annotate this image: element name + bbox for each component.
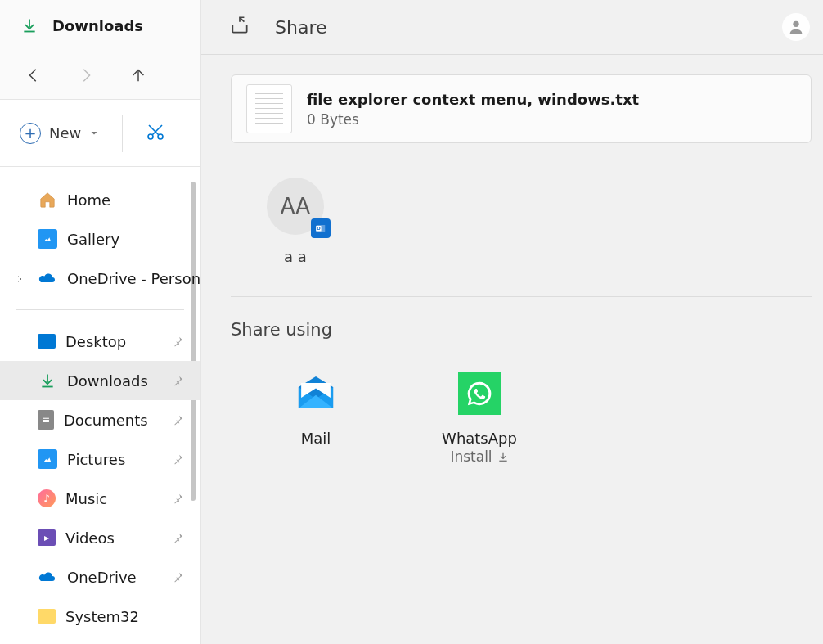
pictures-icon <box>38 449 57 469</box>
app-name: Mail <box>267 430 365 447</box>
pin-icon <box>173 333 184 350</box>
pin-icon <box>173 529 184 547</box>
gallery-icon <box>38 229 57 249</box>
new-button-label: New <box>49 124 81 142</box>
nav-tree: Home Gallery OneDrive - Personal Desktop <box>0 167 200 636</box>
cut-button[interactable] <box>146 122 165 145</box>
share-header: Share <box>201 0 823 55</box>
back-button[interactable] <box>25 66 43 84</box>
explorer-toolbar: + New <box>0 100 200 167</box>
outlook-badge-icon: O <box>311 218 331 238</box>
share-file-card: file explorer context menu, windows.txt … <box>231 74 812 143</box>
tree-item-label: Downloads <box>67 372 148 390</box>
share-contact[interactable]: AA O a a <box>259 178 332 265</box>
svg-point-2 <box>793 21 798 27</box>
file-name: file explorer context menu, windows.txt <box>307 91 639 108</box>
whatsapp-icon <box>458 372 501 415</box>
file-thumbnail-icon <box>246 84 292 133</box>
document-icon: ≡ <box>38 410 54 430</box>
account-button[interactable] <box>782 13 810 41</box>
app-install-label: Install <box>450 448 508 465</box>
tree-item-music[interactable]: ♪ Music <box>0 479 200 518</box>
cloud-icon <box>38 567 57 587</box>
tree-item-label: OneDrive <box>67 569 137 586</box>
share-app-whatsapp[interactable]: WhatsApp Install <box>430 372 528 465</box>
tree-item-label: Pictures <box>67 451 125 468</box>
svg-point-1 <box>158 134 163 139</box>
chevron-right-icon[interactable] <box>15 270 25 287</box>
toolbar-divider <box>122 115 123 152</box>
download-icon <box>497 451 509 462</box>
tree-item-system32[interactable]: System32 <box>0 597 200 636</box>
explorer-nav-bar <box>0 51 200 100</box>
folder-icon <box>38 609 56 624</box>
contact-avatar: AA O <box>267 178 324 235</box>
file-explorer-panel: Downloads + New Home <box>0 0 201 644</box>
svg-text:O: O <box>317 226 321 231</box>
home-icon <box>38 190 57 209</box>
pin-icon <box>173 412 184 429</box>
tree-item-label: Documents <box>64 412 148 429</box>
tree-item-label: OneDrive - Personal <box>67 270 200 287</box>
svg-point-0 <box>148 134 153 139</box>
tree-item-onedrive-personal[interactable]: OneDrive - Personal <box>0 259 200 298</box>
share-title: Share <box>275 17 327 38</box>
up-button[interactable] <box>129 66 147 84</box>
downloads-icon <box>38 371 57 390</box>
videos-icon: ▸ <box>38 529 56 546</box>
tree-item-videos[interactable]: ▸ Videos <box>0 518 200 557</box>
tree-item-documents[interactable]: ≡ Documents <box>0 400 200 439</box>
tree-item-label: Desktop <box>65 333 126 350</box>
tree-item-home[interactable]: Home <box>0 180 200 219</box>
tree-item-label: System32 <box>65 608 139 625</box>
tree-item-label: Videos <box>65 529 115 547</box>
share-panel: Share file explorer context menu, window… <box>201 0 823 644</box>
file-size: 0 Bytes <box>307 111 639 128</box>
share-apps-row: Mail WhatsApp Install <box>267 372 823 465</box>
plus-icon: + <box>20 123 41 144</box>
pin-icon <box>173 490 184 507</box>
share-using-heading: Share using <box>231 320 823 340</box>
mail-icon <box>295 372 337 415</box>
share-app-mail[interactable]: Mail <box>267 372 365 465</box>
music-icon: ♪ <box>38 489 56 507</box>
chevron-down-icon <box>89 128 99 138</box>
location-title: Downloads <box>52 17 143 34</box>
contact-name: a a <box>259 248 332 265</box>
forward-button[interactable] <box>77 66 95 84</box>
pin-icon <box>173 569 184 586</box>
tree-separator <box>16 309 184 310</box>
cloud-icon <box>38 268 57 288</box>
tree-item-label: Home <box>67 191 110 209</box>
tree-item-gallery[interactable]: Gallery <box>0 219 200 259</box>
app-name: WhatsApp <box>430 430 528 447</box>
pin-icon <box>173 372 184 390</box>
tree-item-label: Gallery <box>67 231 119 248</box>
tree-item-downloads[interactable]: Downloads <box>0 361 200 400</box>
desktop-icon <box>38 334 56 349</box>
tree-item-label: Music <box>65 490 107 507</box>
pin-icon <box>173 451 184 468</box>
share-icon <box>229 15 250 39</box>
downloads-icon <box>20 16 39 35</box>
tree-item-pictures[interactable]: Pictures <box>0 439 200 479</box>
divider <box>231 296 812 297</box>
tree-item-onedrive[interactable]: OneDrive <box>0 557 200 597</box>
new-button[interactable]: + New <box>20 123 99 144</box>
contact-initials: AA <box>281 194 310 218</box>
file-info: file explorer context menu, windows.txt … <box>307 91 639 128</box>
app-sub-text: Install <box>450 448 492 465</box>
explorer-location-header: Downloads <box>0 0 200 51</box>
tree-item-desktop[interactable]: Desktop <box>0 322 200 361</box>
